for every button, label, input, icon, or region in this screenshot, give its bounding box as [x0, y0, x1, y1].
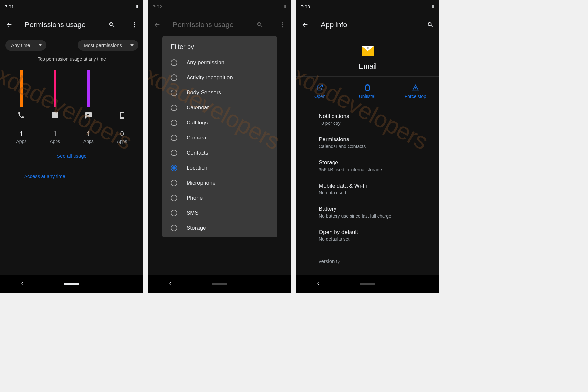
- filter-option[interactable]: Phone: [162, 190, 277, 205]
- item-subtitle: No data used: [319, 190, 416, 195]
- radio-icon: [171, 90, 177, 96]
- option-label: Activity recognition: [187, 74, 233, 81]
- settings-item[interactable]: Open by defaultNo defaults set: [296, 224, 439, 247]
- search-icon[interactable]: [106, 18, 119, 31]
- navigation-bar: [148, 275, 291, 293]
- svg-point-0: [134, 22, 135, 24]
- phone-screen-permissions-usage: xdadevelopers 7:01 Permissions usage Any…: [0, 0, 143, 293]
- nav-back-icon[interactable]: [315, 280, 321, 287]
- option-label: Storage: [187, 225, 206, 231]
- statusbar: 7:03: [296, 0, 439, 13]
- app-bar: Permissions usage: [148, 13, 291, 37]
- settings-item[interactable]: BatteryNo battery use since last full ch…: [296, 201, 439, 224]
- filter-option[interactable]: SMS: [162, 205, 277, 220]
- page-title: App info: [321, 21, 415, 29]
- permission-icon: [84, 111, 93, 120]
- action-label: Force stop: [405, 94, 426, 99]
- back-icon: [151, 18, 164, 31]
- app-count-label: Apps: [16, 139, 26, 144]
- navigation-bar: [0, 275, 143, 293]
- radio-icon: [171, 59, 177, 66]
- option-label: SMS: [187, 210, 199, 216]
- permission-icon: [50, 111, 59, 120]
- usage-bar-item[interactable]: 1Apps: [74, 68, 103, 144]
- radio-icon: [171, 150, 177, 156]
- access-any-time-link[interactable]: Access at any time: [0, 166, 143, 179]
- svg-point-3: [282, 22, 283, 24]
- see-all-usage-link[interactable]: See all usage: [0, 144, 143, 166]
- navigation-bar: [296, 275, 439, 293]
- search-icon[interactable]: [424, 18, 437, 31]
- nav-back-icon[interactable]: [19, 280, 25, 287]
- filter-option[interactable]: Camera: [162, 130, 277, 145]
- radio-icon: [171, 210, 177, 216]
- radio-icon: [171, 180, 177, 186]
- usage-chart: 1Apps1Apps1Apps0Apps: [0, 65, 143, 144]
- filter-time-chip[interactable]: Any time: [5, 40, 46, 51]
- usage-bar-item[interactable]: 0Apps: [108, 68, 137, 144]
- filter-option[interactable]: Storage: [162, 220, 277, 236]
- chevron-down-icon: [39, 44, 42, 46]
- usage-bar-item[interactable]: 1Apps: [7, 68, 36, 144]
- permission-icon: [17, 111, 26, 120]
- filter-option[interactable]: Any permission: [162, 55, 277, 70]
- app-count-label: Apps: [50, 139, 60, 144]
- nav-home-pill[interactable]: [64, 283, 79, 285]
- filter-option[interactable]: Call logs: [162, 115, 277, 130]
- version-label: version Q: [296, 251, 439, 269]
- action-row: Open Uninstall Force stop: [296, 76, 439, 106]
- item-title: Storage: [319, 159, 416, 166]
- permission-icon: [118, 111, 127, 120]
- chip-label: Any time: [11, 42, 30, 48]
- radio-icon: [171, 120, 177, 126]
- nav-home-pill[interactable]: [360, 283, 375, 285]
- filter-option[interactable]: Microphone: [162, 175, 277, 190]
- filter-option[interactable]: Activity recognition: [162, 70, 277, 85]
- uninstall-button[interactable]: Uninstall: [348, 84, 387, 99]
- clock: 7:01: [5, 4, 14, 9]
- page-title: Permissions usage: [173, 21, 244, 29]
- option-label: Camera: [187, 135, 206, 141]
- filter-option[interactable]: Calendar: [162, 100, 277, 115]
- settings-item[interactable]: Notifications~0 per day: [296, 108, 439, 131]
- radio-icon: [171, 225, 177, 231]
- item-title: Battery: [319, 206, 416, 212]
- nav-back-icon[interactable]: [167, 280, 173, 287]
- settings-item[interactable]: PermissionsCalendar and Contacts: [296, 131, 439, 154]
- item-subtitle: No battery use since last full charge: [319, 213, 416, 219]
- svg-text:@: @: [366, 46, 369, 49]
- back-icon[interactable]: [299, 18, 312, 31]
- settings-item[interactable]: Storage356 kB used in internal storage: [296, 154, 439, 177]
- nav-home-pill[interactable]: [212, 283, 227, 285]
- app-count: 1: [87, 130, 90, 138]
- option-label: Body Sensors: [187, 90, 221, 96]
- filter-option[interactable]: Body Sensors: [162, 85, 277, 100]
- app-count-label: Apps: [117, 139, 127, 144]
- svg-point-4: [282, 24, 283, 25]
- radio-icon: [171, 74, 177, 81]
- filter-chips: Any time Most permissions: [0, 37, 143, 51]
- filter-option[interactable]: Location: [162, 160, 277, 175]
- svg-point-1: [134, 24, 135, 25]
- svg-point-2: [134, 26, 135, 28]
- app-bar: App info: [296, 13, 439, 37]
- open-button[interactable]: Open: [300, 84, 339, 99]
- search-icon: [253, 18, 267, 31]
- option-label: Contacts: [187, 150, 208, 156]
- usage-bar-item[interactable]: 1Apps: [41, 68, 69, 144]
- action-label: Open: [314, 94, 325, 99]
- force-stop-button[interactable]: Force stop: [396, 84, 435, 99]
- item-title: Notifications: [319, 113, 416, 120]
- app-count-label: Apps: [83, 139, 94, 144]
- overflow-icon[interactable]: [128, 18, 141, 31]
- filter-sort-chip[interactable]: Most permissions: [78, 40, 138, 51]
- back-icon[interactable]: [3, 18, 16, 31]
- clock: 7:02: [153, 4, 162, 9]
- email-app-icon: @: [360, 42, 376, 58]
- action-label: Uninstall: [359, 94, 377, 99]
- filter-option[interactable]: Contacts: [162, 145, 277, 160]
- settings-item[interactable]: Mobile data & Wi-FiNo data used: [296, 177, 439, 201]
- app-name: Email: [359, 62, 377, 71]
- page-title: Permissions usage: [25, 21, 96, 29]
- app-header: @ Email: [296, 37, 439, 76]
